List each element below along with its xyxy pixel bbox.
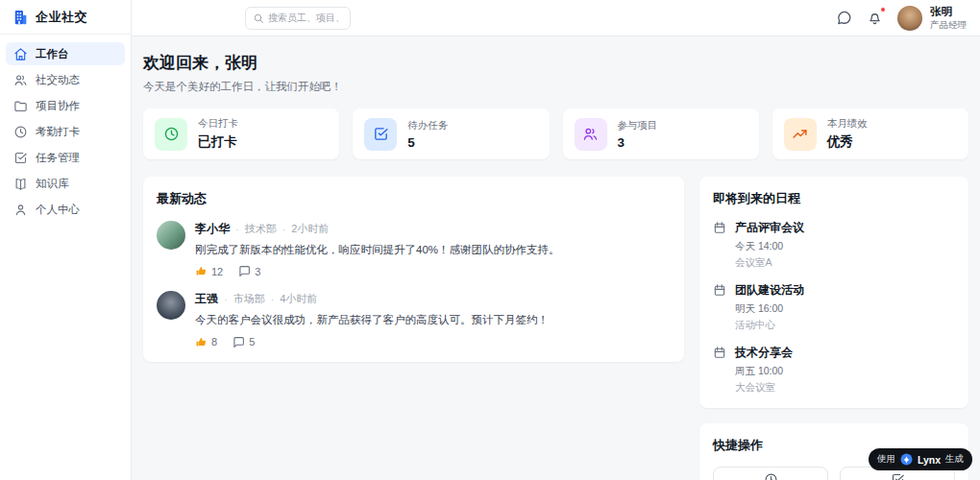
sidebar-item-profile[interactable]: 个人中心: [6, 198, 125, 221]
sidebar-item-label: 个人中心: [36, 203, 80, 217]
sidebar-item-attendance[interactable]: 考勤打卡: [6, 120, 125, 143]
post-department: 技术部: [245, 222, 277, 236]
users-icon: [575, 118, 607, 151]
app-logo: 企业社交: [0, 0, 131, 35]
clock-icon: [13, 125, 28, 139]
sidebar-item-social-feed[interactable]: 社交动态: [6, 68, 125, 91]
like-button[interactable]: 8: [195, 336, 217, 348]
comment-icon: [233, 336, 245, 348]
stat-label: 待办任务: [407, 119, 448, 132]
event-location: 会议室A: [735, 256, 804, 270]
stat-value: 3: [618, 135, 658, 150]
user-name: 张明: [930, 5, 967, 18]
lynx-logo-icon: [900, 453, 913, 466]
sidebar-item-label: 工作台: [36, 47, 69, 61]
checkin-button[interactable]: 打卡: [713, 467, 828, 480]
stat-label: 本月绩效: [827, 117, 868, 131]
thumbs-up-icon: [195, 265, 208, 277]
stat-value: 已打卡: [198, 133, 238, 151]
separator: [235, 224, 239, 235]
user-role: 产品经理: [930, 19, 967, 31]
clock-icon: [764, 472, 778, 480]
stat-value: 优秀: [827, 133, 868, 151]
post-time: 4小时前: [280, 292, 317, 306]
avatar: [157, 291, 185, 320]
post-department: 市场部: [233, 292, 265, 306]
badge-prefix: 使用: [877, 453, 895, 466]
avatar: [897, 6, 922, 31]
right-column: 即将到来的日程 产品评审会议 今天 14:00 会议室A: [699, 177, 968, 480]
like-count: 8: [211, 336, 217, 348]
post-time: 2小时前: [291, 222, 329, 236]
post-author[interactable]: 李小华: [195, 221, 230, 237]
notifications-bell-icon[interactable]: [867, 10, 883, 26]
avatar: [157, 221, 185, 250]
user-menu[interactable]: 张明 产品经理: [897, 5, 967, 30]
app-name: 企业社交: [36, 9, 87, 26]
building-icon: [12, 9, 29, 26]
sidebar-item-label: 任务管理: [36, 151, 80, 165]
stat-card-performance[interactable]: 本月绩效 优秀: [772, 108, 968, 159]
trending-up-icon: [784, 118, 817, 151]
like-button[interactable]: 12: [195, 265, 223, 277]
topbar-actions: 张明 产品经理: [836, 5, 980, 30]
feed-title: 最新动态: [157, 190, 671, 207]
feed-post: 李小华 技术部 2小时前 刚完成了新版本的性能优化，响应时间提升了40%！感谢团…: [157, 221, 671, 277]
stat-label: 今日打卡: [198, 117, 238, 131]
sidebar-item-label: 项目协作: [36, 99, 80, 113]
event-time: 周五 10:00: [735, 365, 793, 378]
separator: [282, 224, 286, 235]
search-box[interactable]: [245, 7, 351, 30]
welcome-subtitle: 今天是个美好的工作日，让我们开始吧！: [143, 80, 968, 94]
schedule-title: 即将到来的日程: [713, 190, 955, 207]
calendar-icon: [713, 221, 726, 234]
main-content: 欢迎回来，张明 今天是个美好的工作日，让我们开始吧！ 今日打卡 已打卡 待办任务…: [132, 36, 980, 480]
feed-post: 王强 市场部 4小时前 今天的客户会议很成功，新产品获得了客户的高度认可。预计下…: [157, 291, 671, 348]
badge-suffix: 生成: [945, 453, 964, 466]
clock-icon: [155, 118, 187, 151]
schedule-event[interactable]: 产品评审会议 今天 14:00 会议室A: [713, 220, 955, 270]
comment-count: 3: [255, 266, 260, 277]
generator-badge[interactable]: 使用 Lynx 生成: [869, 448, 972, 470]
stat-card-todo-tasks[interactable]: 待办任务 5: [353, 108, 549, 159]
user-icon: [13, 203, 28, 217]
sidebar-item-knowledge-base[interactable]: 知识库: [6, 172, 125, 195]
post-content: 今天的客户会议很成功，新产品获得了客户的高度认可。预计下月签约！: [195, 312, 549, 328]
post-author[interactable]: 王强: [195, 291, 218, 307]
thumbs-up-icon: [195, 336, 208, 348]
stat-card-projects[interactable]: 参与项目 3: [563, 108, 759, 159]
feed-panel: 最新动态 李小华 技术部 2小时前 刚完成了新版本的性能优化，响应时间提升了40…: [143, 177, 684, 362]
event-location: 活动中心: [735, 319, 804, 332]
topbar: 张明 产品经理: [132, 0, 980, 36]
calendar-icon: [713, 346, 726, 359]
sidebar-item-tasks[interactable]: 任务管理: [6, 146, 125, 169]
event-time: 明天 16:00: [735, 302, 804, 316]
comment-count: 5: [249, 336, 255, 348]
stat-cards: 今日打卡 已打卡 待办任务 5 参与项目 3: [143, 108, 968, 159]
like-count: 12: [211, 266, 223, 277]
schedule-event[interactable]: 技术分享会 周五 10:00 大会议室: [713, 345, 955, 395]
event-title: 技术分享会: [735, 345, 793, 361]
comment-icon: [238, 265, 251, 277]
sidebar-item-projects[interactable]: 项目协作: [6, 94, 125, 117]
check-square-icon: [13, 151, 28, 165]
schedule-event[interactable]: 团队建设活动 明天 16:00 活动中心: [713, 282, 955, 332]
sidebar-nav: 工作台 社交动态 项目协作 考勤打卡 任务管理: [0, 35, 131, 231]
event-time: 今天 14:00: [735, 240, 804, 253]
comment-button[interactable]: 3: [238, 265, 260, 277]
stat-card-checkin[interactable]: 今日打卡 已打卡: [143, 108, 339, 159]
sidebar-item-label: 社交动态: [36, 73, 80, 87]
folder-icon: [13, 99, 28, 113]
comment-button[interactable]: 5: [233, 336, 255, 348]
users-icon: [13, 73, 28, 87]
separator: [224, 294, 228, 305]
schedule-panel: 即将到来的日程 产品评审会议 今天 14:00 会议室A: [699, 177, 968, 408]
event-title: 团队建设活动: [735, 282, 804, 299]
messages-icon[interactable]: [836, 10, 852, 26]
page-title: 欢迎回来，张明: [143, 52, 968, 74]
badge-brand: Lynx: [918, 454, 941, 466]
search-input[interactable]: [268, 12, 343, 23]
check-square-icon: [891, 472, 905, 480]
post-content: 刚完成了新版本的性能优化，响应时间提升了40%！感谢团队的协作支持。: [195, 242, 560, 258]
sidebar-item-workbench[interactable]: 工作台: [6, 42, 125, 65]
